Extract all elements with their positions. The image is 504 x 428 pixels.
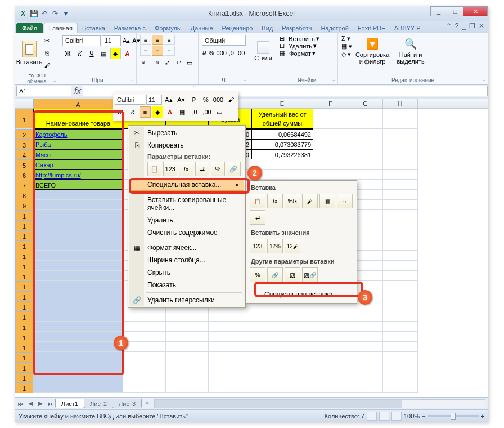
styles-button[interactable]: Стили [253, 35, 274, 68]
paste-option-transpose-icon[interactable]: ⇄ [195, 162, 209, 176]
cell-B25[interactable] [123, 362, 166, 372]
cell-H24[interactable] [383, 352, 418, 362]
cell-E4[interactable]: 0,793226381 [251, 149, 313, 159]
format-painter-icon[interactable]: 🖌 [41, 60, 52, 71]
row-header[interactable]: 9 [15, 200, 33, 211]
cell-F3[interactable] [313, 139, 348, 149]
cell-A17[interactable] [33, 281, 123, 291]
font-size[interactable] [102, 35, 121, 46]
cell-H15[interactable] [383, 261, 418, 271]
cell-A5[interactable]: Сахар [33, 159, 123, 170]
cell-F1[interactable] [313, 109, 348, 129]
row-header[interactable]: 1 [15, 251, 33, 261]
cell-F20[interactable] [313, 311, 348, 322]
cell-H3[interactable] [383, 139, 418, 149]
cell-G26[interactable] [348, 372, 383, 382]
cut-icon[interactable]: ✂ [41, 35, 52, 46]
cell-A11[interactable] [33, 220, 123, 230]
cell-C20[interactable] [166, 311, 209, 322]
cell-A2[interactable]: Картофель [33, 129, 123, 139]
cell-E5[interactable] [251, 159, 313, 170]
cell-B23[interactable] [123, 342, 166, 352]
cell-B24[interactable] [123, 352, 166, 362]
cell-H11[interactable] [383, 220, 418, 230]
view-pagebreak-icon[interactable] [392, 412, 402, 421]
tab-home[interactable]: Главная [44, 23, 78, 33]
cell-H25[interactable] [383, 362, 418, 372]
ctx-paste-special[interactable]: Специальная вставка... [129, 179, 244, 191]
cell-H18[interactable] [383, 291, 418, 301]
sub-paste-values-number-icon[interactable]: 12% [267, 239, 283, 253]
cell-C25[interactable] [166, 362, 209, 372]
tab-view[interactable]: Вид [257, 23, 277, 33]
cell-B27[interactable] [123, 382, 166, 393]
mini-comma-icon[interactable]: 000 [213, 94, 224, 105]
cell-D22[interactable] [209, 332, 251, 342]
row-header[interactable]: 6 [15, 170, 33, 180]
cell-H13[interactable] [383, 240, 418, 251]
cell-F25[interactable] [313, 362, 348, 372]
cell-H27[interactable] [383, 382, 418, 393]
zoom-slider[interactable] [428, 415, 479, 417]
mini-grow-font-icon[interactable]: A▴ [163, 94, 174, 105]
help-icon[interactable]: ? [455, 22, 459, 30]
cell-H21[interactable] [383, 322, 418, 332]
align-bottom-icon[interactable]: ≡ [164, 35, 175, 45]
cell-E21[interactable] [251, 322, 313, 332]
cell-H12[interactable] [383, 230, 418, 240]
sheet-nav-next[interactable]: ▶ [35, 399, 46, 409]
fx-icon[interactable]: fx [73, 86, 83, 96]
cell-H5[interactable] [383, 159, 418, 170]
row-header[interactable]: 1 [15, 382, 33, 393]
font-color-icon[interactable]: A [122, 48, 133, 59]
cell-A23[interactable] [33, 342, 123, 352]
zoom-in-icon[interactable]: + [481, 413, 484, 420]
close-button[interactable]: ✕ [463, 6, 488, 16]
orientation-icon[interactable]: ⤢ [163, 57, 173, 68]
row-header[interactable]: 7 [15, 180, 33, 190]
cell-C23[interactable] [166, 342, 209, 352]
cell-A4[interactable]: Мясо [33, 149, 123, 159]
row-header[interactable]: 1 [15, 352, 33, 363]
sheet-tab-1[interactable]: Лист1 [55, 399, 84, 408]
fill-icon[interactable]: ▦ ▾ [341, 43, 352, 50]
ctx-column-width[interactable]: Ширина столбца... [129, 254, 244, 266]
find-select-button[interactable]: 🔍 Найти и выделить [393, 35, 429, 68]
cell-F21[interactable] [313, 322, 348, 332]
cell-A27[interactable] [33, 382, 123, 393]
format-cells-label[interactable]: Формат [289, 50, 311, 57]
cell-D24[interactable] [209, 352, 251, 362]
ctx-show[interactable]: Показать [129, 279, 244, 291]
tab-review[interactable]: Рецензиро [218, 23, 258, 33]
row-header[interactable]: 1 [15, 230, 33, 241]
wrap-text-icon[interactable]: ↩ [173, 57, 183, 68]
row-header[interactable]: 8 [15, 190, 33, 200]
new-sheet-icon[interactable]: ✧ [142, 399, 152, 409]
cell-H23[interactable] [383, 342, 418, 352]
name-box[interactable] [16, 86, 71, 96]
cell-F6[interactable] [313, 170, 348, 180]
cell-A10[interactable] [33, 210, 123, 220]
cell-A3[interactable]: Рыба [33, 139, 123, 149]
row-header[interactable]: 1 [15, 281, 33, 292]
sub-paste-linked-picture-icon[interactable]: 🖼🔗 [302, 268, 318, 282]
view-normal-icon[interactable] [367, 412, 377, 421]
row-header[interactable]: 4 [15, 149, 33, 160]
sub-paste-values-source-icon[interactable]: 12🖌 [285, 239, 300, 253]
row-header[interactable]: 1 [15, 291, 33, 302]
cell-E3[interactable]: 0,073083779 [251, 139, 313, 149]
row-header[interactable]: 1 [15, 372, 33, 383]
cell-D26[interactable] [209, 372, 251, 382]
cell-A18[interactable] [33, 291, 123, 301]
cell-B20[interactable] [123, 311, 166, 322]
sub-paste-keep-source-icon[interactable]: 🖌 [302, 194, 318, 208]
cell-A12[interactable] [33, 230, 123, 240]
cell-G4[interactable] [348, 149, 383, 159]
currency-icon[interactable]: ₽ [202, 47, 207, 59]
sub-paste-formulas-icon[interactable]: fx [267, 194, 283, 208]
save-icon[interactable]: 💾 [29, 9, 38, 18]
outdent-icon[interactable]: ⇤ [140, 57, 150, 68]
cell-A22[interactable] [33, 332, 123, 342]
cell-H2[interactable] [383, 129, 418, 139]
mini-fill-color-icon[interactable]: ◆ [152, 106, 163, 118]
